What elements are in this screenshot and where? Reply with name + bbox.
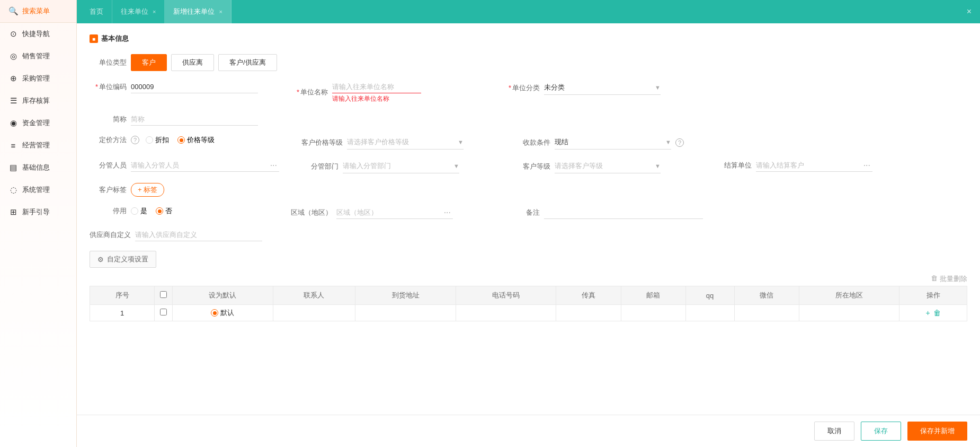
manager-input[interactable]	[131, 159, 268, 171]
sidebar-label-quick-nav: 快捷导航	[22, 29, 50, 39]
sidebar-item-new-guide[interactable]: ⊞ 新手引导	[0, 201, 76, 223]
tab-new-partner[interactable]: 新增往来单位 ×	[165, 0, 231, 23]
td-email	[621, 305, 685, 321]
sidebar-label-sales: 销售管理	[22, 51, 50, 61]
sidebar-item-purchase-mgmt[interactable]: ⊕ 采购管理	[0, 67, 76, 90]
td-actions: + 🗑	[899, 305, 967, 321]
row-checkbox[interactable]	[160, 309, 167, 315]
delete-row-button[interactable]: 🗑	[933, 309, 941, 317]
settlement-unit-ellipsis[interactable]: ···	[861, 161, 872, 170]
department-select[interactable]: 请输入分管部门 ▼	[343, 159, 459, 173]
inventory-icon: ☰	[8, 96, 18, 106]
finance-icon: ◉	[8, 118, 18, 128]
disabled-radio-group: 是 否	[131, 206, 172, 216]
disabled-yes-label: 是	[140, 206, 147, 216]
add-tag-button[interactable]: + 标签	[131, 183, 164, 197]
customer-level-select[interactable]: 请选择客户等级 ▼	[555, 159, 661, 173]
unit-btn-customer[interactable]: 客户	[131, 54, 167, 71]
quick-nav-icon: ⊙	[8, 29, 18, 39]
sidebar-item-sales-mgmt[interactable]: ◎ 销售管理	[0, 45, 76, 67]
customer-price-level-field: 客户价格等级 请选择客户价格等级 ▼	[301, 135, 492, 150]
settlement-unit-field: 结算单位 ···	[715, 159, 905, 172]
disabled-no-dot	[158, 209, 162, 213]
sidebar-item-finance[interactable]: ◉ 资金管理	[0, 112, 76, 134]
customer-tag-row: 客户标签 + 标签	[90, 183, 967, 197]
tab-partners-close[interactable]: ×	[153, 8, 156, 15]
settlement-unit-input[interactable]	[756, 159, 861, 171]
sidebar-item-basic-info[interactable]: ▤ 基础信息	[0, 156, 76, 179]
unit-category-arrow: ▼	[655, 84, 661, 91]
search-icon: 🔍	[8, 6, 18, 16]
sidebar-item-quick-nav[interactable]: ⊙ 快捷导航	[0, 23, 76, 45]
sidebar-item-sys-mgmt[interactable]: ◌ 系统管理	[0, 179, 76, 201]
tab-home[interactable]: 首页	[81, 0, 112, 23]
tab-home-label: 首页	[90, 7, 103, 16]
disabled-radio-no[interactable]: 否	[156, 206, 172, 216]
customer-level-placeholder: 请选择客户等级	[555, 161, 603, 171]
sidebar-item-operations[interactable]: ≡ 经营管理	[0, 134, 76, 156]
th-checkbox[interactable]	[160, 291, 167, 298]
unit-code-input[interactable]	[131, 81, 258, 93]
region-ellipsis[interactable]: ···	[442, 208, 453, 217]
td-address	[355, 305, 456, 321]
manager-label: 分管人员	[90, 161, 127, 170]
sidebar-search[interactable]: 🔍 搜索菜单	[0, 0, 76, 23]
td-qq	[685, 305, 734, 321]
department-label: 分管部门	[301, 162, 338, 171]
supplier-custom-input[interactable]	[135, 229, 262, 241]
region-input[interactable]	[336, 206, 442, 218]
tab-partners[interactable]: 往来单位 ×	[112, 0, 165, 23]
customer-price-level-label: 客户价格等级	[301, 138, 343, 147]
customer-level-arrow: ▼	[655, 163, 661, 169]
pricing-help-icon[interactable]: ?	[131, 136, 139, 144]
section-icon: ■	[90, 34, 98, 43]
pricing-radio-discount[interactable]: 折扣	[146, 135, 169, 145]
customer-tag-field: 客户标签 + 标签	[90, 183, 967, 197]
sidebar-item-inventory[interactable]: ☰ 库存核算	[0, 90, 76, 112]
supplier-custom-field: 供应商自定义	[90, 229, 967, 241]
pricing-radio-group: 折扣 价格等级	[146, 135, 215, 145]
payment-terms-help-icon[interactable]: ?	[675, 138, 684, 147]
sidebar-label-operations: 经营管理	[22, 141, 50, 150]
cancel-button[interactable]: 取消	[814, 422, 854, 441]
pricing-radio-price-level[interactable]: 价格等级	[177, 135, 215, 145]
settlement-unit-input-wrapper: ···	[756, 159, 872, 172]
customer-level-label: 客户等级	[513, 162, 550, 171]
sys-mgmt-icon: ◌	[8, 185, 18, 195]
save-button[interactable]: 保存	[861, 422, 901, 441]
add-row-button[interactable]: +	[926, 309, 930, 317]
td-check	[155, 305, 173, 321]
batch-delete-area: 🗑 批量删除	[90, 274, 967, 284]
sidebar-label-finance: 资金管理	[22, 118, 50, 128]
disabled-no-circle	[156, 207, 163, 215]
custom-settings-button[interactable]: ⚙ 自定义项设置	[90, 251, 156, 268]
department-placeholder: 请输入分管部门	[343, 161, 391, 171]
form-content: ■ 基本信息 单位类型 客户 供应离 客户/供应离 *单位编码	[77, 23, 980, 415]
remark-input[interactable]	[544, 206, 703, 219]
save-new-button[interactable]: 保存并新增	[907, 422, 967, 441]
batch-delete-button[interactable]: 批量删除	[940, 274, 967, 284]
unit-btn-supplier[interactable]: 供应离	[171, 54, 214, 71]
th-email: 邮箱	[621, 286, 685, 305]
default-radio-group: 默认	[178, 308, 268, 318]
unit-code-label: *单位编码	[90, 82, 127, 92]
customer-price-level-placeholder: 请选择客户价格等级	[347, 137, 409, 147]
department-arrow: ▼	[453, 163, 459, 169]
short-name-input[interactable]	[131, 113, 258, 126]
remark-field: 备注	[503, 206, 768, 219]
tab-new-partner-close[interactable]: ×	[219, 8, 222, 15]
close-all-button[interactable]: ×	[963, 7, 976, 16]
settlement-unit-label: 结算单位	[715, 161, 752, 170]
disabled-label: 停用	[90, 206, 127, 216]
unit-btn-both[interactable]: 客户/供应离	[218, 54, 277, 71]
customer-price-level-select[interactable]: 请选择客户价格等级 ▼	[347, 135, 464, 150]
unit-category-select[interactable]: 未分类 ▼	[544, 81, 661, 95]
default-radio-item[interactable]: 默认	[211, 308, 234, 318]
manager-ellipsis[interactable]: ···	[268, 161, 279, 170]
unit-name-input[interactable]	[332, 81, 421, 93]
payment-terms-select[interactable]: 现结 ▼	[555, 135, 671, 150]
table-header-row: 序号 设为默认 联系人 到货地址 电话号码 传真 邮箱 qq 微信 所在地区 操…	[90, 286, 967, 305]
th-phone: 电话号码	[456, 286, 556, 305]
disabled-radio-yes[interactable]: 是	[131, 206, 147, 216]
table-row: 1 默认	[90, 305, 967, 321]
